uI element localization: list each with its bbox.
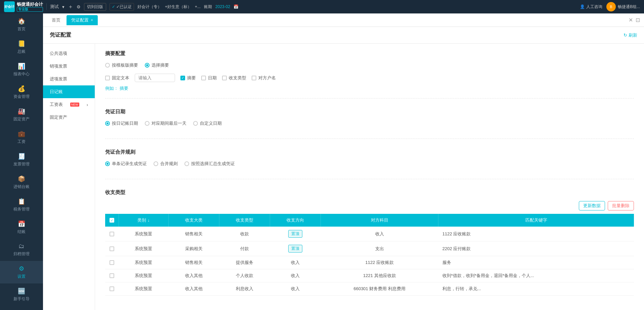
fixed-text-checkbox [105,76,110,80]
topbar-settings-icon[interactable]: ⚙ [77,4,81,9]
table-row: 系统预置 收入其他 个人收款 收入 1221 其他应收款 收到*借款，收到*备用… [105,269,634,282]
tab-close-icon[interactable]: × [91,18,93,23]
row-type-1: 收款 [219,227,270,241]
income-type-label: 收支类型 [229,75,246,81]
sidebar-item-guide[interactable]: 🆕 新手引导 [0,283,43,306]
refresh-button[interactable]: ↻ 刷新 [624,32,637,38]
checkbox-counterpart-name[interactable]: 对方户名 [252,75,276,81]
sidebar-item-sales[interactable]: 📦 进销台账 [0,171,43,194]
sidebar-item-invoice[interactable]: 🧾 发票管理 [0,149,43,171]
username: 畅捷通B组... [618,4,640,10]
radio-merge-rule[interactable]: 合并规则 [154,161,178,167]
row-type-2: 付款 [219,241,270,256]
row-checkbox-1[interactable] [110,232,114,236]
custom-date-label: 自定义日期 [200,120,222,126]
summary-checkbox: ✓ [180,76,185,80]
radio-select-label: 选择摘要 [152,62,169,68]
sidebar-item-salary[interactable]: 💼 工资 [0,126,43,149]
row-checkbox-3[interactable] [110,260,114,265]
tab-home[interactable]: 首页 [47,15,65,25]
sidebar-item-closing[interactable]: 📅 结账 [0,216,43,239]
row-checkbox-4[interactable] [110,273,114,278]
batch-delete-button[interactable]: 批量删除 [608,201,634,210]
row-direction-1: 置顶 [270,227,321,241]
period-last-day-circle [145,121,149,126]
row-major-5: 收入其他 [169,282,219,296]
row-category-1: 系统预置 [119,227,169,241]
sidebar-label-guide: 新手引导 [13,296,30,302]
radio-period-last-day[interactable]: 对应期间最后一天 [145,120,186,126]
radio-template-summary[interactable]: 按模板版摘要 [105,62,138,68]
income-expense-section: 收支类型 更新数据 批量删除 ✓ [105,189,634,302]
tab-voucher-config[interactable]: 凭证配置 × [67,15,98,25]
table-actions: 更新数据 批量删除 [105,201,634,210]
sales-icon: 📦 [18,175,25,183]
date-checkbox [201,76,206,80]
row-checkbox-2[interactable] [110,246,114,251]
left-nav-fixed-assets[interactable]: 固定资产 [43,111,95,124]
radio-journal-date[interactable]: 按日记账日期 [105,120,138,126]
invoice-icon: 🧾 [18,153,25,160]
sidebar-item-reports[interactable]: 📊 报表中心 [0,59,43,81]
row-direction-5: 收入 [270,282,321,296]
checkbox-summary[interactable]: ✓ 摘要 [180,75,196,81]
left-nav-sales-invoice[interactable]: 销项发票 [43,60,95,73]
topbar-dropdown-icon[interactable]: ▾ [62,4,65,9]
divider [46,3,47,10]
checkbox-income-type[interactable]: 收支类型 [222,75,246,81]
fixed-text-input[interactable] [135,74,175,82]
left-nav-journal[interactable]: 日记账 [43,85,95,98]
radio-single-record[interactable]: 单条记录生成凭证 [105,161,147,167]
row-direction-2: 置顶 [270,241,321,256]
checkbox-date[interactable]: 日期 [201,75,217,81]
summary-section-title: 摘要配置 [105,50,634,57]
row-checkbox-cell-2 [105,241,119,256]
service-icon: 👤 [580,4,585,9]
sidebar-label-reports: 报表中心 [13,71,30,77]
minimize-icon[interactable]: ✕ [629,17,633,23]
row-major-3: 销售相关 [169,256,219,269]
sidebar-label-closing: 结账 [17,229,26,235]
sidebar-item-archive[interactable]: 🗂 归档管理 [0,239,43,261]
pin-top-button-2[interactable]: 置顶 [288,245,302,253]
left-nav-payroll[interactable]: 工资表 NEW › [43,98,95,111]
radio-aggregate[interactable]: 按照选择汇总生成凭证 [184,161,235,167]
topbar-add-icon[interactable]: ＋ [68,3,73,10]
closing-icon: 📅 [18,220,25,228]
main-layout: 🏠 首页 📒 总账 📊 报表中心 💰 资金管理 🏭 固定资产 💼 工资 🧾 发票… [0,13,644,310]
sidebar-label-tax: 税务管理 [13,206,30,212]
user-info[interactable]: B 畅捷通B组... [606,2,640,11]
checkbox-fixed-text[interactable]: 固定文本 [105,75,129,81]
sidebar-item-assets[interactable]: 🏭 固定资产 [0,104,43,126]
sidebar-item-tax[interactable]: 📋 税务管理 [0,194,43,216]
row-type-4: 个人收款 [219,269,270,282]
radio-custom-date[interactable]: 自定义日期 [193,120,222,126]
home-icon: 🏠 [18,17,25,25]
calendar-icon[interactable]: 📅 [233,4,239,9]
radio-select-circle [145,63,149,68]
service-button[interactable]: 👤 人工咨询 [580,4,602,10]
config-content: 摘要配置 按模板版摘要 选择摘要 [95,44,644,310]
pin-top-button-1[interactable]: 置顶 [288,230,302,238]
sidebar-item-member[interactable]: 👤 畅会员 [0,306,43,310]
sidebar-item-ledger[interactable]: 📒 总账 [0,36,43,59]
radio-template-label: 按模板版摘要 [112,62,138,68]
certified-status: ✓ ✓已认证 [110,3,134,11]
merge-radio-group: 单条记录生成凭证 合并规则 按照选择汇总生成凭证 [105,161,634,167]
sidebar-item-funds[interactable]: 💰 资金管理 [0,81,43,104]
switch-version-button[interactable]: 切到旧版 [84,3,106,11]
sidebar-item-settings[interactable]: ⚙ 设置 [0,261,43,283]
left-nav-payroll-label: 工资表 [50,102,63,108]
row-checkbox-5[interactable] [110,286,114,291]
left-nav-purchase-invoice[interactable]: 进项发票 [43,73,95,85]
sidebar-item-home[interactable]: 🏠 首页 [0,13,43,36]
sidebar-label-salary: 工资 [17,139,26,145]
table-select-all[interactable]: ✓ [110,218,114,223]
row-direction-3: 收入 [270,256,321,269]
row-account-2: 支出 [321,241,438,256]
radio-select-summary[interactable]: 选择摘要 [145,62,169,68]
left-nav-public[interactable]: 公共选项 [43,47,95,60]
expand-icon[interactable]: ⊡ [636,17,640,23]
left-nav: 公共选项 销项发票 进项发票 日记账 工资表 NEW [43,44,95,310]
update-data-button[interactable]: 更新数据 [579,201,605,210]
